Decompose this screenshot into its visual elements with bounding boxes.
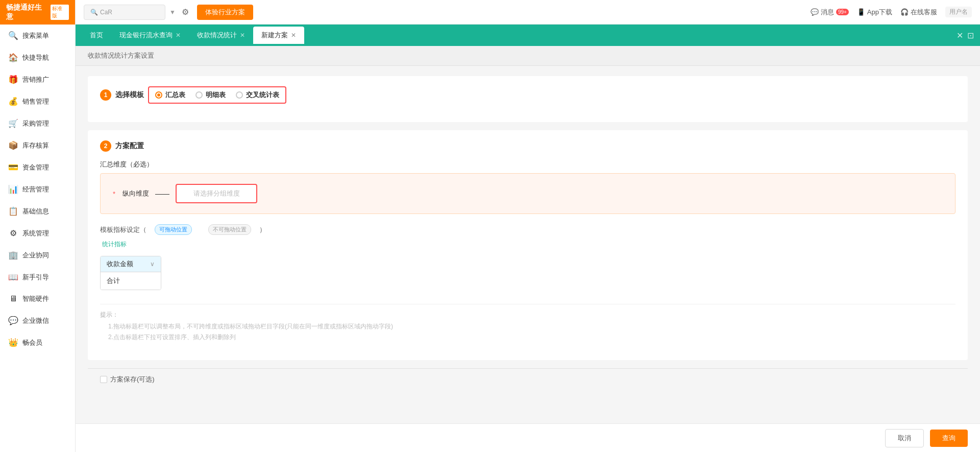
dimension-select-box[interactable]: 请选择分组维度 — [176, 184, 257, 203]
gift-icon: 🎁 — [8, 75, 18, 84]
chart-icon: 📊 — [8, 184, 18, 194]
radio-cross[interactable]: 交叉统计表 — [236, 90, 279, 100]
app-download-label: App下载 — [867, 8, 892, 17]
sidebar-item-search[interactable]: 🔍 搜索菜单 — [0, 25, 75, 46]
sidebar-item-hardware[interactable]: 🖥 智能硬件 — [0, 288, 75, 310]
topbar: 🔍 CaR ▼ ⚙ 体验行业方案 💬 消息 99+ 📱 App下载 🎧 在线客服… — [76, 0, 980, 25]
chat-icon: 💬 — [8, 316, 18, 325]
step1-badge: 1 — [100, 89, 111, 101]
sidebar-item-label: 销售管理 — [22, 97, 49, 106]
search-icon: 🔍 — [90, 9, 98, 16]
indicator-section: 模板指标设定（ 可拖动位置 不可拖动位置 ） 统计指标 收款金额 ∨ — [100, 224, 955, 292]
message-icon: 💬 — [811, 8, 819, 16]
tab-home[interactable]: 首页 — [82, 27, 111, 44]
tab-new-plan-close-icon[interactable]: ✕ — [291, 32, 296, 39]
non-movable-badge: 不可拖动位置 — [208, 224, 251, 235]
search-text: CaR — [100, 9, 112, 16]
page-header: 收款情况统计方案设置 — [76, 46, 980, 66]
tab-restore-button[interactable]: ⊡ — [967, 31, 974, 40]
indicator-table-header[interactable]: 收款金额 ∨ — [101, 256, 161, 272]
tab-collection-stat[interactable]: 收款情况统计 ✕ — [189, 27, 253, 44]
sidebar-item-operations[interactable]: 📊 经营管理 — [0, 178, 75, 200]
sidebar-item-label: 经营管理 — [22, 185, 49, 194]
tabbar: 首页 现金银行流水查询 ✕ 收款情况统计 ✕ 新建方案 ✕ ✕ ⊡ — [76, 25, 980, 46]
radio-detail[interactable]: 明细表 — [195, 90, 226, 100]
dimension-area: * 纵向维度 —— 请选择分组维度 — [100, 173, 955, 214]
sidebar-item-inventory[interactable]: 📦 库存核算 — [0, 134, 75, 156]
online-support-label: 在线客服 — [911, 8, 937, 17]
home-icon: 🏠 — [8, 53, 18, 62]
settings-icon: ⚙ — [8, 228, 18, 238]
app-download-item[interactable]: 📱 App下载 — [857, 8, 892, 17]
sidebar-item-label: 系统管理 — [22, 229, 49, 238]
page-footer: 方案保存(可选) — [88, 368, 968, 390]
online-support-item[interactable]: 🎧 在线客服 — [900, 8, 937, 17]
indicator-close-paren: ） — [259, 225, 266, 234]
query-button[interactable]: 查询 — [930, 430, 968, 447]
radio-summary[interactable]: 汇总表 — [155, 90, 185, 100]
tab-close-button[interactable]: ✕ — [957, 31, 963, 40]
tab-new-plan[interactable]: 新建方案 ✕ — [253, 27, 304, 44]
radio-summary-circle — [155, 91, 162, 99]
sidebar-item-member[interactable]: 👑 畅会员 — [0, 331, 75, 353]
template-select-box: 汇总表 明细表 交叉统计表 — [148, 86, 286, 104]
indicator-sub-label: 合计 — [101, 272, 161, 290]
headset-icon: 🎧 — [900, 8, 909, 16]
cancel-button[interactable]: 取消 — [885, 429, 924, 447]
logo-text: 畅捷通好生意 — [6, 3, 48, 21]
sidebar-item-enterprise[interactable]: 🏢 企业协同 — [0, 244, 75, 266]
page-body: 1 选择模板 汇总表 明细表 — [76, 66, 980, 423]
sidebar-item-label: 企业协同 — [22, 251, 49, 260]
sidebar-item-finance[interactable]: 💳 资金管理 — [0, 156, 75, 178]
radio-detail-circle — [195, 91, 203, 99]
indicator-dropdown-icon[interactable]: ∨ — [150, 260, 155, 268]
dimension-section-title: 汇总维度（必选） — [100, 160, 153, 168]
tab-new-plan-label: 新建方案 — [261, 31, 288, 40]
topbar-right: 💬 消息 99+ 📱 App下载 🎧 在线客服 用户名 — [811, 7, 972, 17]
user-name[interactable]: 用户名 — [945, 7, 972, 17]
logo-badge: 标准版 — [51, 5, 69, 20]
dimension-placeholder: 请选择分组维度 — [193, 189, 240, 198]
clipboard-icon: 📋 — [8, 206, 18, 216]
monitor-icon: 🖥 — [8, 294, 18, 303]
main-area: 🔍 CaR ▼ ⚙ 体验行业方案 💬 消息 99+ 📱 App下载 🎧 在线客服… — [76, 0, 980, 452]
phone-icon: 📱 — [857, 8, 865, 16]
sidebar-item-label: 采购管理 — [22, 119, 49, 128]
step2-section: 2 方案配置 汇总维度（必选） * 纵向维度 —— 请选择分组维度 — [88, 130, 968, 360]
building-icon: 🏢 — [8, 250, 18, 260]
gear-icon[interactable]: ⚙ — [182, 7, 189, 17]
checkbox-label: 方案保存(可选) — [110, 375, 155, 384]
tips-title: 提示： — [100, 311, 955, 319]
sidebar-item-system[interactable]: ⚙ 系统管理 — [0, 222, 75, 244]
sidebar-item-quick-nav[interactable]: 🏠 快捷导航 — [0, 46, 75, 68]
sidebar-item-purchase[interactable]: 🛒 采购管理 — [0, 112, 75, 134]
sidebar-item-sales[interactable]: 💰 销售管理 — [0, 90, 75, 112]
sidebar-item-basic-info[interactable]: 📋 基础信息 — [0, 200, 75, 222]
tips-item-1: 1.拖动标题栏可以调整布局，不可跨维度或指标区域拖动栏目字段(只能在同一维度或指… — [100, 322, 955, 331]
tab-bank-flow[interactable]: 现金银行流水查询 ✕ — [111, 27, 189, 44]
sidebar-item-label: 基础信息 — [22, 207, 49, 216]
tab-collection-stat-label: 收款情况统计 — [197, 31, 237, 40]
step1-title: 1 选择模板 汇总表 明细表 — [100, 86, 955, 104]
trial-button[interactable]: 体验行业方案 — [197, 5, 253, 20]
radio-cross-circle — [236, 91, 243, 99]
tab-bank-flow-close-icon[interactable]: ✕ — [176, 32, 181, 39]
notification-item[interactable]: 💬 消息 99+ — [811, 8, 849, 17]
sidebar-logo: 畅捷通好生意 标准版 — [0, 0, 75, 25]
money-icon: 💰 — [8, 97, 18, 106]
dimension-row: * 纵向维度 —— 请选择分组维度 — [113, 184, 943, 203]
tab-collection-stat-close-icon[interactable]: ✕ — [240, 32, 245, 39]
tab-bank-flow-label: 现金银行流水查询 — [119, 31, 173, 40]
page-header-text: 收款情况统计方案设置 — [88, 52, 154, 59]
indicator-name: 收款金额 — [107, 259, 133, 269]
sidebar-item-guide[interactable]: 📖 新手引导 — [0, 266, 75, 288]
radio-group-template: 汇总表 明细表 交叉统计表 — [155, 90, 279, 100]
dropdown-arrow-icon[interactable]: ▼ — [169, 9, 176, 16]
indicator-header: 模板指标设定（ 可拖动位置 不可拖动位置 ） — [100, 224, 955, 235]
sidebar-item-label: 畅会员 — [22, 338, 42, 347]
sidebar-item-label: 新手引导 — [22, 273, 49, 282]
sidebar-item-wechat[interactable]: 💬 企业微信 — [0, 310, 75, 331]
topbar-search[interactable]: 🔍 CaR — [84, 5, 165, 20]
sidebar-item-marketing[interactable]: 🎁 营销推广 — [0, 68, 75, 90]
save-plan-checkbox[interactable]: 方案保存(可选) — [100, 375, 155, 384]
